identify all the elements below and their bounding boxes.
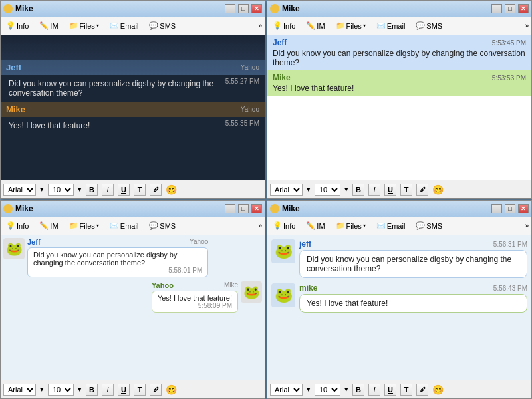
italic-btn-3[interactable]: I [102, 384, 114, 396]
smiley-btn-1[interactable]: 😊 [166, 184, 177, 195]
toolbar-sms-1[interactable]: 💬 SMS [146, 20, 178, 31]
mike-modern-content-4: mike 5:56:43 PM Yes! I love that feature… [299, 283, 527, 313]
toolbar-email-3[interactable]: ✉️ Email [107, 220, 142, 231]
email-icon-3: ✉️ [110, 221, 119, 230]
toolbar-im-3[interactable]: ✏️ IM [37, 220, 61, 231]
underline-btn-4[interactable]: U [384, 384, 396, 396]
toolbar-email-1[interactable]: ✉️ Email [107, 20, 142, 31]
chat-modern-4: 🐸 jeff 5:56:31 PM Did you know you can p… [267, 235, 531, 380]
toolbar-files-2[interactable]: 📁 Files ▾ [333, 20, 368, 31]
im-icon-3: ✏️ [39, 221, 49, 230]
font-btn-3[interactable]: 🖊 [150, 384, 162, 396]
jeff-bubble-time-3: 5:58:01 PM [33, 267, 202, 274]
toolbar-2: 💡 Info ✏️ IM 📁 Files ▾ ✉️ Email 💬 SMS » [267, 17, 531, 35]
msg-mike-time-1: 5:55:35 PM [225, 120, 259, 127]
toolbar-info-3[interactable]: 💡 Info [3, 220, 31, 231]
chat-white-2: Jeff 5:53:45 PM Did you know you can per… [267, 35, 531, 180]
window-title-1: Mike [15, 4, 222, 13]
minimize-button-1[interactable]: — [225, 4, 235, 13]
format-toolbar-2: Arial ▾ 10 ▾ B I U T 🖊 😊 [267, 180, 531, 198]
maximize-button-3[interactable]: □ [238, 204, 249, 213]
format-toolbar-1: Arial ▾ 10 ▾ B I U T 🖊 😊 [1, 180, 265, 198]
toolbar-email-2[interactable]: ✉️ Email [374, 20, 408, 31]
toolbar-im-4[interactable]: ✏️ IM [303, 220, 327, 231]
underline-btn-3[interactable]: U [118, 384, 130, 396]
toolbar-more-1[interactable]: » [258, 22, 262, 29]
mike-name-1: Mike [6, 104, 25, 114]
smiley-btn-2[interactable]: 😊 [432, 184, 444, 195]
maximize-button-4[interactable]: □ [505, 204, 515, 213]
toolbar-sms-2[interactable]: 💬 SMS [413, 20, 445, 31]
window-title-2: Mike [282, 4, 489, 13]
sms-icon-3: 💬 [149, 221, 158, 230]
toolbar-info-2[interactable]: 💡 Info [270, 20, 298, 31]
font-btn-2[interactable]: 🖊 [416, 184, 428, 196]
underline-btn-2[interactable]: U [384, 184, 396, 196]
toolbar-info-1[interactable]: 💡 Info [3, 20, 31, 31]
color-btn-1[interactable]: T [134, 184, 146, 196]
size-select-4[interactable]: 10 [315, 384, 340, 396]
italic-btn-2[interactable]: I [368, 184, 380, 196]
maximize-button-1[interactable]: □ [238, 4, 249, 13]
font-select-1[interactable]: Arial [3, 184, 36, 196]
files-icon-1: 📁 [69, 21, 78, 30]
close-button-1[interactable]: ✕ [251, 4, 262, 13]
bold-btn-3[interactable]: B [86, 384, 98, 396]
toolbar-more-2[interactable]: » [525, 22, 529, 29]
toolbar-info-4[interactable]: 💡 Info [270, 220, 298, 231]
toolbar-1: 💡 Info ✏️ IM 📁 Files ▾ ✉️ Email 💬 SMS » [1, 17, 265, 35]
italic-btn-4[interactable]: I [368, 384, 380, 396]
jeff-modern-name-4: jeff [299, 239, 311, 249]
msg-mike-text-1: Yes! I love that feature! [6, 120, 92, 132]
bold-btn-4[interactable]: B [352, 384, 364, 396]
im-icon-4: ✏️ [306, 221, 315, 230]
font-select-3[interactable]: Arial [3, 384, 36, 396]
bubble-mike-row-3: Yahoo Mike Yes! I love that feature! 5:5… [3, 281, 262, 313]
mike-bubble-time-3: 5:58:09 PM [158, 302, 232, 309]
toolbar-files-4[interactable]: 📁 Files ▾ [333, 220, 368, 231]
mike-bubble-source-3: Yahoo [152, 281, 174, 289]
files-arrow-3: ▾ [96, 223, 99, 229]
close-button-2[interactable]: ✕ [518, 4, 529, 13]
jeff-bubble-name-3: Jeff [27, 238, 41, 246]
bold-btn-1[interactable]: B [86, 184, 98, 196]
mike-bubble-text-3: Yes! I love that feature! [158, 294, 232, 302]
msg-row-mike-1: Yes! I love that feature! 5:55:35 PM [1, 117, 265, 134]
toolbar-files-3[interactable]: 📁 Files ▾ [66, 220, 102, 231]
font-btn-1[interactable]: 🖊 [150, 184, 162, 196]
italic-btn-1[interactable]: I [102, 184, 114, 196]
im-icon-1: ✏️ [39, 21, 49, 30]
font-select-4[interactable]: Arial [270, 384, 303, 396]
msg-jeff-text-1: Did you know you can personalize digsby … [6, 78, 223, 99]
color-btn-4[interactable]: T [400, 384, 412, 396]
close-button-3[interactable]: ✕ [251, 204, 262, 213]
toolbar-sms-4[interactable]: 💬 SMS [413, 220, 445, 231]
close-button-4[interactable]: ✕ [518, 204, 529, 213]
size-select-1[interactable]: 10 [48, 184, 74, 196]
bold-btn-2[interactable]: B [352, 184, 364, 196]
toolbar-email-4[interactable]: ✉️ Email [374, 220, 408, 231]
smiley-btn-4[interactable]: 😊 [432, 384, 444, 395]
maximize-button-2[interactable]: □ [505, 4, 515, 13]
toolbar-sms-3[interactable]: 💬 SMS [146, 220, 178, 231]
toolbar-more-3[interactable]: » [258, 222, 262, 229]
color-btn-2[interactable]: T [400, 184, 412, 196]
smiley-btn-3[interactable]: 😊 [166, 384, 177, 395]
color-btn-3[interactable]: T [134, 384, 146, 396]
minimize-button-3[interactable]: — [225, 204, 235, 213]
bulb-icon-4: 💡 [273, 221, 282, 230]
font-select-2[interactable]: Arial [270, 184, 303, 196]
font-btn-4[interactable]: 🖊 [416, 384, 428, 396]
window-4: Mike — □ ✕ 💡 Info ✏️ IM 📁 Files ▾ ✉️ Ema… [267, 200, 532, 399]
toolbar-more-4[interactable]: » [525, 222, 529, 229]
toolbar-im-1[interactable]: ✏️ IM [37, 20, 61, 31]
toolbar-im-2[interactable]: ✏️ IM [303, 20, 327, 31]
size-select-3[interactable]: 10 [48, 384, 74, 396]
minimize-button-4[interactable]: — [491, 204, 502, 213]
window-1: Mike — □ ✕ 💡 Info ✏️ IM 📁 Files ▾ ✉️ Ema… [0, 0, 265, 199]
underline-btn-1[interactable]: U [118, 184, 130, 196]
toolbar-files-1[interactable]: 📁 Files ▾ [66, 20, 102, 31]
size-select-2[interactable]: 10 [315, 184, 340, 196]
titlebar-2: Mike — □ ✕ [267, 1, 531, 17]
minimize-button-2[interactable]: — [491, 4, 502, 13]
